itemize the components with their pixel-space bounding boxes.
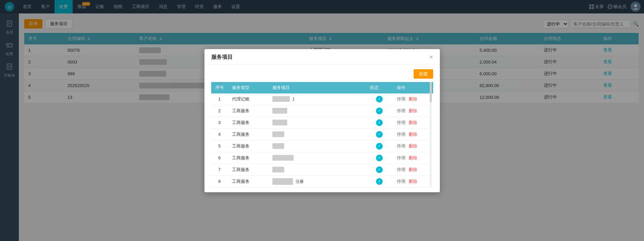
modal-cell-type: 工商服务: [228, 175, 268, 187]
modal-cell-status: ✓: [366, 175, 393, 187]
modal-cell-seq: 4: [211, 128, 228, 140]
modal-cell-action: 停用 删除: [393, 164, 433, 175]
modal-cell-status: ✓: [366, 152, 393, 164]
modal-cell-type: 工商服务: [228, 117, 268, 128]
delete-button[interactable]: 删除: [409, 179, 417, 184]
modal-cell-action: 停用 删除: [393, 105, 433, 117]
modal-table-row: 4 工商服务 ███ ✓ 停用 删除: [211, 128, 433, 140]
status-check-icon: ✓: [376, 143, 383, 150]
stop-button[interactable]: 停用: [397, 108, 406, 113]
modal-table-row: 3 工商服务 ████ ✓ 停用 删除: [211, 117, 433, 128]
modal-cell-item: ███: [268, 140, 366, 152]
modal-cell-seq: 5: [211, 140, 228, 152]
modal-close-button[interactable]: ×: [429, 54, 433, 61]
modal-cell-type: 工商服务: [228, 164, 268, 175]
modal-cell-seq: 1: [211, 93, 228, 105]
status-check-icon: ✓: [376, 96, 383, 103]
modal-cell-status: ✓: [366, 128, 393, 140]
modal-table-header: 序号 服务类型 服务项目 状态 操作: [211, 82, 433, 93]
modal-overlay[interactable]: 服务项目 × 新建 序号 服务类型 服务项目 状态 操作: [0, 0, 644, 241]
modal-cell-seq: 2: [211, 105, 228, 117]
modal-cell-item: ████: [268, 105, 366, 117]
modal-col-action: 操作: [393, 82, 433, 93]
modal-header: 服务项目 ×: [204, 49, 440, 65]
modal-table-row: 1 代理记账 ████1 1 ✓ 停用 删除: [211, 93, 433, 105]
modal-cell-action: 停用 删除: [393, 93, 433, 105]
modal-toolbar: 新建: [211, 69, 433, 79]
modal-cell-type: 工商服务: [228, 140, 268, 152]
modal-cell-type: 工商服务: [228, 152, 268, 164]
modal-cell-item: ████: [268, 117, 366, 128]
modal-cell-item: ███: [268, 164, 366, 175]
stop-button[interactable]: 停用: [397, 120, 406, 125]
status-check-icon: ✓: [376, 119, 383, 126]
delete-button[interactable]: 删除: [409, 96, 417, 102]
modal-col-status: 状态: [366, 82, 393, 93]
delete-button[interactable]: 删除: [409, 108, 417, 113]
modal-new-button[interactable]: 新建: [414, 69, 433, 79]
modal-cell-seq: 7: [211, 164, 228, 175]
modal-table-row: 7 工商服务 ███ ✓ 停用 删除: [211, 164, 433, 175]
modal-cell-status: ✓: [366, 105, 393, 117]
modal-cell-action: 停用 删除: [393, 117, 433, 128]
modal-cell-status: ✓: [366, 117, 393, 128]
modal-col-item: 服务项目: [268, 82, 366, 93]
delete-button[interactable]: 删除: [409, 144, 417, 149]
service-items-table: 序号 服务类型 服务项目 状态 操作 1 代理记账 ████1 1 ✓: [211, 82, 433, 188]
modal-table-row: 5 工商服务 ███ ✓ 停用 删除: [211, 140, 433, 152]
status-check-icon: ✓: [376, 108, 383, 114]
delete-button[interactable]: 删除: [409, 167, 417, 172]
status-check-icon: ✓: [376, 155, 383, 161]
status-check-icon: ✓: [376, 166, 383, 173]
modal-cell-action: 停用 删除: [393, 175, 433, 187]
modal-cell-item: ███注册 注册: [268, 175, 366, 187]
modal-cell-seq: 8: [211, 175, 228, 187]
delete-button[interactable]: 删除: [409, 120, 417, 125]
modal-cell-type: 代理记账: [228, 93, 268, 105]
delete-button[interactable]: 删除: [409, 155, 417, 160]
stop-button[interactable]: 停用: [397, 144, 406, 149]
modal-col-type: 服务类型: [228, 82, 268, 93]
modal-cell-item: ███: [268, 128, 366, 140]
delete-button[interactable]: 删除: [409, 132, 417, 137]
status-check-icon: ✓: [376, 131, 383, 138]
modal-cell-status: ✓: [366, 93, 393, 105]
modal-cell-action: 停用 删除: [393, 128, 433, 140]
service-items-modal: 服务项目 × 新建 序号 服务类型 服务项目 状态 操作: [204, 49, 440, 192]
modal-table-row: 8 工商服务 ███注册 注册 ✓ 停用 删除: [211, 175, 433, 187]
modal-cell-item: ████1 1: [268, 93, 366, 105]
scrollbar-thumb[interactable]: [430, 82, 432, 102]
scrollbar-track[interactable]: [430, 82, 432, 188]
status-check-icon: ✓: [376, 178, 383, 185]
modal-cell-type: 工商服务: [228, 105, 268, 117]
stop-button[interactable]: 停用: [397, 155, 406, 160]
modal-cell-type: 工商服务: [228, 128, 268, 140]
modal-cell-seq: 6: [211, 152, 228, 164]
modal-body: 新建 序号 服务类型 服务项目 状态 操作 1 代理记账: [204, 65, 440, 192]
stop-button[interactable]: 停用: [397, 167, 406, 172]
modal-table-row: 2 工商服务 ████ ✓ 停用 删除: [211, 105, 433, 117]
modal-cell-action: 停用 删除: [393, 152, 433, 164]
modal-cell-action: 停用 删除: [393, 140, 433, 152]
modal-cell-item: ██████: [268, 152, 366, 164]
modal-cell-status: ✓: [366, 164, 393, 175]
modal-cell-status: ✓: [366, 140, 393, 152]
stop-button[interactable]: 停用: [397, 179, 406, 184]
modal-col-seq: 序号: [211, 82, 228, 93]
modal-table-row: 6 工商服务 ██████ ✓ 停用 删除: [211, 152, 433, 164]
stop-button[interactable]: 停用: [397, 96, 406, 102]
modal-title: 服务项目: [211, 54, 233, 61]
stop-button[interactable]: 停用: [397, 132, 406, 137]
modal-cell-seq: 3: [211, 117, 228, 128]
